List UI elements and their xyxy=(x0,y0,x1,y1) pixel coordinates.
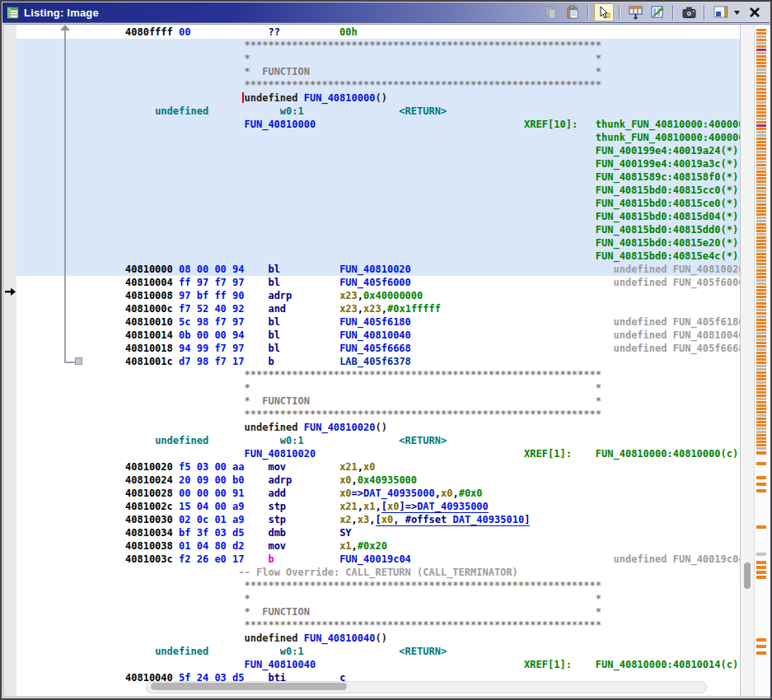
listing-row[interactable]: 40810004 ff 97 f7 97 bl FUN_405f6000 und… xyxy=(16,276,741,289)
listing-row[interactable]: FUN_40810040 XREF[1]: FUN_40810000:40810… xyxy=(16,658,741,671)
listing-row[interactable]: FUN_40810000 XREF[10]: thunk_FUN_4081000… xyxy=(16,118,741,131)
listing-row[interactable]: 40810000 08 00 00 94 bl FUN_40810020 und… xyxy=(16,263,741,276)
overview-marker xyxy=(756,194,766,196)
cursor-location-button[interactable] xyxy=(594,3,614,21)
overview-marker xyxy=(756,645,766,648)
listing-row[interactable]: 4081000c f7 52 40 92 and x23,x23,#0x1fff… xyxy=(16,302,741,315)
overview-marker xyxy=(756,230,766,232)
listing-row[interactable]: undefined w0:1 <RETURN> xyxy=(16,434,741,447)
overview-marker xyxy=(756,447,766,450)
listing-row[interactable]: ****************************************… xyxy=(16,78,741,91)
listing-row[interactable]: FUN_400199e4:40019a24(*), xyxy=(16,144,741,157)
overview-marker xyxy=(756,388,766,390)
listing-row[interactable]: FUN_400199e4:40019a3c(*), xyxy=(16,157,741,170)
navigation-margin[interactable] xyxy=(4,25,17,697)
side-panel-dropdown[interactable] xyxy=(732,3,742,21)
overview-marker xyxy=(756,88,766,91)
overview-marker xyxy=(756,220,766,222)
overview-marker xyxy=(756,273,766,275)
listing-row[interactable]: 40810018 94 99 f7 97 bl FUN_405f6668 und… xyxy=(16,342,741,355)
overview-marker xyxy=(756,207,766,209)
overview-marker xyxy=(756,385,766,387)
listing-row[interactable]: * * xyxy=(16,592,741,605)
listing-row[interactable]: undefined FUN_40810040() xyxy=(16,632,741,645)
listing-row[interactable]: FUN_40815bd0:40815cc0(*), xyxy=(16,184,741,197)
snapshot-button[interactable] xyxy=(679,3,699,21)
overview-marker xyxy=(756,476,766,479)
listing-row[interactable]: FUN_40815bd0:40815ce0(*), xyxy=(16,197,741,210)
overview-marker xyxy=(756,427,766,430)
overview-marker xyxy=(756,75,766,77)
listing-row[interactable]: * FUNCTION * xyxy=(16,65,741,78)
listing-row[interactable]: undefined FUN_40810020() xyxy=(16,421,741,434)
listing-row[interactable]: undefined w0:1 <RETURN> xyxy=(16,105,741,118)
overview-marker xyxy=(756,82,766,84)
overview-marker xyxy=(756,101,766,104)
listing-row[interactable]: 40810010 5c 98 f7 97 bl FUN_405f6180 und… xyxy=(16,315,741,329)
overview-marker xyxy=(756,319,766,321)
vertical-scrollbar[interactable] xyxy=(741,25,755,697)
overview-marker xyxy=(756,434,766,436)
listing-row[interactable]: ****************************************… xyxy=(16,579,741,592)
listing-row[interactable]: 4081003c f2 26 e0 17 b FUN_40019c04 unde… xyxy=(16,553,741,566)
overview-marker xyxy=(756,276,766,278)
listing-row[interactable]: ****************************************… xyxy=(16,39,741,52)
listing-row[interactable]: FUN_40815bd0:40815e20(*), xyxy=(16,236,741,250)
listing-row[interactable]: 40810030 02 0c 01 a9 stp x2,x3,[x0, #off… xyxy=(16,513,741,526)
current-location-arrow-icon xyxy=(5,287,16,296)
copy-button[interactable] xyxy=(540,3,560,21)
overview-marker xyxy=(756,431,766,433)
listing-viewport[interactable]: 4080ffff 00 ?? 00h *********************… xyxy=(16,25,741,697)
toggle-header-button[interactable] xyxy=(625,3,645,21)
overview-marker xyxy=(756,289,766,292)
overview-marker xyxy=(756,65,766,68)
overview-marker-margin[interactable] xyxy=(755,25,769,697)
listing-row[interactable]: ****************************************… xyxy=(16,368,741,381)
listing-row[interactable]: * FUNCTION * xyxy=(16,394,741,408)
listing-row[interactable]: * * xyxy=(16,52,741,65)
listing-row[interactable]: undefined FUN_40810000() xyxy=(16,91,741,105)
toggle-side-panel-button[interactable] xyxy=(710,3,730,21)
listing-row[interactable]: FUN_40815bd0:40815d04(*), xyxy=(16,210,741,223)
horizontal-scrollbar-thumb[interactable] xyxy=(151,683,347,690)
listing-row[interactable]: 40810028 00 00 00 91 add x0=>DAT_4093500… xyxy=(16,487,741,500)
listing-row[interactable]: 40810024 20 09 00 b0 adrp x0,0x40935000 xyxy=(16,474,741,487)
listing-row[interactable]: ****************************************… xyxy=(16,408,741,421)
listing-row[interactable]: 40810014 0b 00 00 94 bl FUN_40810040 und… xyxy=(16,329,741,342)
overview-marker xyxy=(756,553,766,556)
camera-icon xyxy=(681,5,697,21)
titlebar[interactable]: Listing: Image xyxy=(2,2,770,23)
toolbar-separator xyxy=(704,5,705,20)
paste-button[interactable] xyxy=(563,3,583,21)
edit-listing-fields-button[interactable] xyxy=(648,3,667,21)
overview-marker xyxy=(756,651,766,655)
listing-row[interactable]: 4080ffff 00 ?? 00h xyxy=(16,26,741,39)
overview-marker xyxy=(756,236,766,239)
overview-marker xyxy=(756,134,766,137)
listing-row[interactable]: FUN_40810020 XREF[1]: FUN_40810000:40810… xyxy=(16,447,741,460)
listing-row[interactable]: FUN_4081589c:408158f0(*), xyxy=(16,170,741,184)
overview-marker xyxy=(756,292,766,295)
listing-row[interactable]: 40810038 01 04 80 d2 mov x1,#0x20 xyxy=(16,539,741,553)
vertical-scrollbar-thumb[interactable] xyxy=(744,562,751,589)
close-button[interactable] xyxy=(745,3,765,21)
listing-row[interactable]: 40810008 97 bf ff 90 adrp x23,0x40000000 xyxy=(16,289,741,302)
listing-row[interactable]: ****************************************… xyxy=(16,618,741,632)
overview-marker xyxy=(756,200,766,203)
overview-marker xyxy=(756,35,766,38)
listing-row[interactable]: thunk_FUN_40810000:40000000 xyxy=(16,131,741,144)
overview-marker xyxy=(756,398,766,400)
listing-row[interactable]: 4081002c 15 04 00 a9 stp x21,x1,[x0]=>DA… xyxy=(16,500,741,513)
listing-row[interactable]: * * xyxy=(16,381,741,394)
overview-marker xyxy=(756,571,766,574)
listing-row[interactable]: * FUNCTION * xyxy=(16,605,741,618)
horizontal-scrollbar[interactable] xyxy=(146,681,707,693)
listing-row[interactable]: 4081001c d7 98 f7 17 b LAB_405f6378 xyxy=(16,355,741,368)
listing-row[interactable]: FUN_40815bd0:40815e4c(*) xyxy=(16,250,741,263)
overview-marker xyxy=(756,138,766,140)
listing-row[interactable]: 40810034 bf 3f 03 d5 dmb SY xyxy=(16,526,741,539)
listing-row[interactable]: FUN_40815bd0:40815dd0(*), xyxy=(16,223,741,236)
listing-row[interactable]: -- Flow Override: CALL_RETURN (CALL_TERM… xyxy=(16,566,741,579)
listing-row[interactable]: 40810020 f5 03 00 aa mov x21,x0 xyxy=(16,460,741,474)
listing-row[interactable]: undefined w0:1 <RETURN> xyxy=(16,645,741,658)
